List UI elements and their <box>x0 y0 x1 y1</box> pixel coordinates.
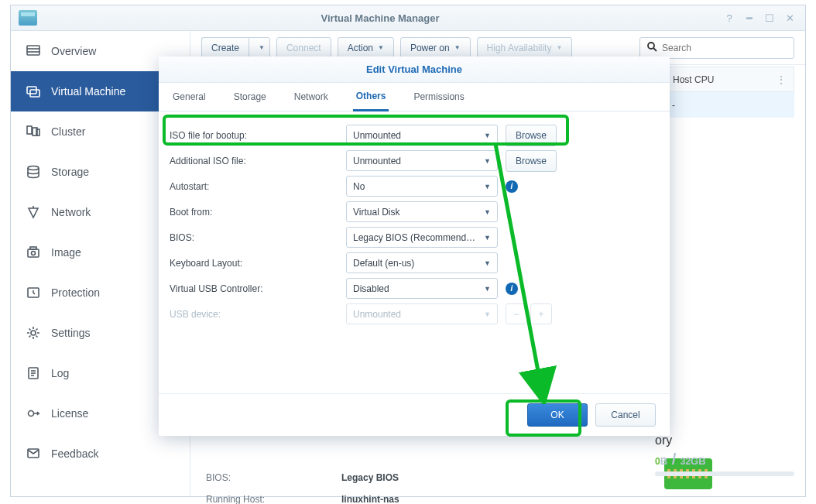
sidebar-item-label: Settings <box>51 327 91 339</box>
host-cpu-header: Host CPU <box>673 74 714 85</box>
cancel-label: Cancel <box>611 410 639 420</box>
bios-label: BIOS: <box>170 232 346 243</box>
svg-rect-7 <box>36 129 39 135</box>
keyboard-select[interactable]: Default (en-us)▼ <box>346 252 498 273</box>
bios-value: Legacy BIOS <box>341 472 399 483</box>
log-icon <box>25 365 42 382</box>
connect-button[interactable]: Connect <box>276 37 331 59</box>
iso-additional-row: Additional ISO file: Unmounted▼ Browse <box>170 148 659 173</box>
iso-bootup-select[interactable]: Unmounted▼ <box>346 125 498 146</box>
app-icon <box>19 10 37 26</box>
browse-label: Browse <box>516 156 547 166</box>
svg-point-11 <box>32 252 36 255</box>
autostart-label: Autostart: <box>170 181 346 192</box>
select-value: Legacy BIOS (Recommended) <box>353 232 477 243</box>
cancel-button[interactable]: Cancel <box>595 403 656 427</box>
power-on-button-label: Power on <box>410 43 450 53</box>
sidebar-item-label: Cluster <box>51 125 85 138</box>
create-button-label: Create <box>211 43 239 53</box>
tab-others[interactable]: Others <box>353 83 389 111</box>
select-value: Unmounted <box>353 130 401 141</box>
tab-general[interactable]: General <box>170 84 209 110</box>
sidebar-item-label: Protection <box>51 286 100 299</box>
memory-used: 0 <box>655 456 660 467</box>
usb-controller-label: Virtual USB Controller: <box>170 283 346 294</box>
iso-additional-select[interactable]: Unmounted▼ <box>346 150 498 171</box>
keyboard-label: Keyboard Layout: <box>170 258 346 269</box>
info-icon[interactable]: i <box>506 180 518 193</box>
svg-rect-12 <box>30 247 36 249</box>
vm-icon <box>25 83 42 100</box>
bg-table-fragment: Host CPU ⋮ - <box>664 67 794 118</box>
chevron-down-icon: ▼ <box>484 285 491 293</box>
svg-point-19 <box>29 411 34 417</box>
sidebar-item-label: Image <box>51 246 81 259</box>
usb-device-label: USB device: <box>170 309 346 320</box>
action-button[interactable]: Action▼ <box>338 37 394 59</box>
power-on-button[interactable]: Power on▼ <box>400 37 471 59</box>
memory-label-suffix: ory <box>655 434 794 447</box>
chevron-down-icon: ▼ <box>484 208 491 216</box>
svg-point-21 <box>648 43 654 49</box>
sidebar-item-label: License <box>51 407 88 420</box>
titlebar-title: Virtual Machine Manager <box>37 12 723 24</box>
usb-device-row: USB device: Unmounted▼ − + <box>170 301 659 327</box>
sidebar-item-label: Virtual Machine <box>51 85 125 98</box>
create-button-group: Create ▼ <box>201 37 270 59</box>
boot-from-select[interactable]: Virtual Disk▼ <box>346 201 498 222</box>
select-value: Unmounted <box>353 156 401 166</box>
chevron-down-icon: ▼ <box>556 44 562 51</box>
host-cpu-value: - <box>672 100 675 111</box>
column-menu-icon[interactable]: ⋮ <box>777 74 786 85</box>
create-dropdown-button[interactable]: ▼ <box>249 37 270 59</box>
chevron-down-icon: ▼ <box>484 157 491 165</box>
window-maximize-button[interactable]: ☐ <box>763 12 776 23</box>
iso-bootup-browse-button[interactable]: Browse <box>506 125 557 146</box>
tab-network[interactable]: Network <box>291 84 331 110</box>
create-button[interactable]: Create <box>201 37 249 59</box>
keyboard-row: Keyboard Layout: Default (en-us)▼ <box>170 250 659 276</box>
svg-rect-5 <box>27 126 32 134</box>
search-input[interactable] <box>662 43 787 53</box>
memory-total: 32 <box>681 456 691 467</box>
sidebar-item-label: Network <box>51 206 91 218</box>
tab-permissions[interactable]: Permissions <box>410 84 467 110</box>
iso-additional-browse-button[interactable]: Browse <box>506 150 557 172</box>
bios-label: BIOS: <box>206 472 341 483</box>
select-value: Virtual Disk <box>353 207 399 218</box>
usb-device-stepper: − + <box>506 303 552 324</box>
tab-storage[interactable]: Storage <box>231 84 269 110</box>
sidebar-item-label: Overview <box>51 45 96 57</box>
high-availability-button[interactable]: High Availability▼ <box>477 37 573 59</box>
memory-value: 0B / 32GB <box>655 451 794 468</box>
modal-tabs: General Storage Network Others Permissio… <box>159 83 670 111</box>
memory-bar <box>655 471 794 476</box>
license-icon <box>25 405 42 422</box>
info-icon[interactable]: i <box>506 283 518 295</box>
select-value: No <box>353 181 365 192</box>
action-button-label: Action <box>348 43 373 53</box>
select-value: Disabled <box>353 283 389 294</box>
usb-device-select: Unmounted▼ <box>346 303 498 324</box>
sidebar-item-feedback[interactable]: Feedback <box>11 434 190 474</box>
bg-detail-fragment: BIOS: Legacy BIOS Running Host: linuxhin… <box>206 472 516 504</box>
window-controls: ? ━ ☐ ✕ <box>723 12 796 23</box>
autostart-row: Autostart: No▼ i <box>170 173 659 199</box>
search-icon <box>646 41 657 54</box>
memory-total-unit: GB <box>691 455 706 467</box>
bg-table-row[interactable]: - <box>664 92 794 118</box>
window-minimize-button[interactable]: ━ <box>743 12 756 23</box>
connect-button-label: Connect <box>286 43 321 53</box>
ok-label: OK <box>550 410 564 420</box>
autostart-select[interactable]: No▼ <box>346 176 498 197</box>
ok-button[interactable]: OK <box>527 403 588 427</box>
protection-icon <box>25 284 42 301</box>
svg-point-8 <box>28 166 39 170</box>
boot-from-row: Boot from: Virtual Disk▼ <box>170 199 659 225</box>
window-close-button[interactable]: ✕ <box>783 12 796 23</box>
usb-controller-select[interactable]: Disabled▼ <box>346 278 498 299</box>
window-help-button[interactable]: ? <box>723 12 735 23</box>
iso-bootup-label: ISO file for bootup: <box>170 130 346 141</box>
search-box[interactable] <box>639 37 794 59</box>
bios-select[interactable]: Legacy BIOS (Recommended)▼ <box>346 227 498 248</box>
